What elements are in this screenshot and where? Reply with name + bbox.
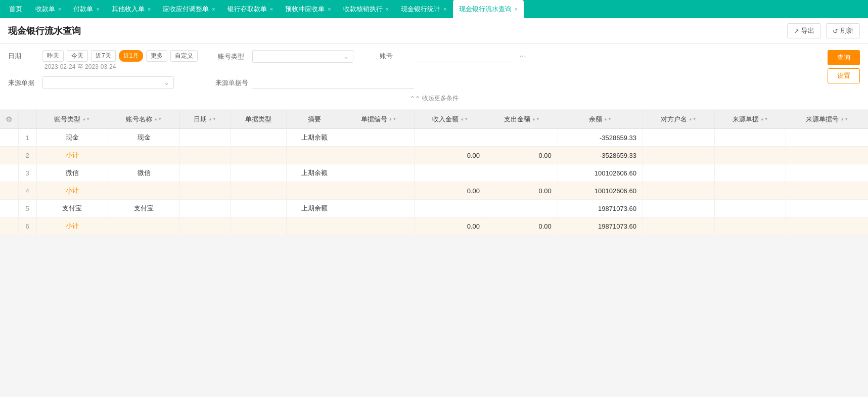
table-row[interactable]: 6小计0.000.0019871073.60: [0, 217, 868, 235]
page-title: 现金银行流水查询: [8, 25, 81, 37]
date-btn-7days[interactable]: 近7天: [91, 50, 116, 62]
col-balance[interactable]: 余额 ▲▼: [558, 110, 643, 129]
nav-payment[interactable]: 付款单 ×: [67, 0, 105, 18]
col-summary: 摘要: [287, 110, 343, 129]
settings-gear-icon[interactable]: ⚙: [6, 115, 12, 123]
sort-account-name-icon: ▲▼: [154, 117, 162, 121]
col-date[interactable]: 日期 ▲▼: [180, 110, 231, 129]
cell-settings: [0, 200, 18, 217]
query-button[interactable]: 查询: [828, 50, 860, 65]
sort-counterpart-icon: ▲▼: [689, 117, 697, 121]
table-row[interactable]: 2小计0.000.00-3528659.33: [0, 147, 868, 164]
table-row[interactable]: 5支付宝支付宝上期余额19871073.60: [0, 200, 868, 217]
nav-other-income[interactable]: 其他收入单 ×: [106, 0, 157, 18]
cell-settings: [0, 129, 18, 147]
cell-source-doc-num: [786, 129, 868, 147]
collapse-bar[interactable]: ⌃⌃ 收起更多条件: [8, 92, 860, 105]
nav-ar-ap-adjust[interactable]: 应收应付调整单 ×: [157, 0, 221, 18]
sort-balance-icon: ▲▼: [604, 117, 612, 121]
date-btn-more[interactable]: 更多: [146, 50, 167, 62]
account-ellipsis-icon[interactable]: ···: [519, 52, 526, 61]
cell-counterpart: [643, 217, 714, 235]
nav-bank-deposit-close[interactable]: ×: [270, 6, 273, 12]
cell-doc-num: [343, 129, 415, 147]
date-btn-today[interactable]: 今天: [67, 50, 88, 62]
table-header-row: ⚙ 账号类型 ▲▼ 账号名称 ▲▼ 日期: [0, 110, 868, 129]
nav-receipt-verify[interactable]: 收款核销执行 ×: [337, 0, 395, 18]
cell-source-doc-num: [786, 217, 868, 235]
cell-date: [180, 147, 231, 164]
cell-counterpart: [643, 164, 714, 182]
cell-balance: 100102606.60: [558, 164, 643, 182]
account-input[interactable]: [414, 50, 515, 62]
collapse-label: 收起更多条件: [422, 94, 459, 103]
nav-receipt-verify-close[interactable]: ×: [386, 6, 389, 12]
col-source-doc[interactable]: 来源单据 ▲▼: [714, 110, 786, 129]
col-source-doc-num[interactable]: 来源单据号 ▲▼: [786, 110, 868, 129]
account-type-label: 账号类型: [218, 52, 248, 61]
cell-account-type: 小计: [36, 182, 108, 200]
cell-row-num: 5: [18, 200, 36, 217]
cell-row-num: 6: [18, 217, 36, 235]
nav-ar-ap-adjust-close[interactable]: ×: [212, 6, 215, 12]
cell-row-num: 1: [18, 129, 36, 147]
nav-payment-close[interactable]: ×: [96, 6, 99, 12]
cell-source-doc: [714, 147, 786, 164]
nav-bank-deposit[interactable]: 银行存取款单 ×: [221, 0, 279, 18]
cell-summary: [287, 217, 343, 235]
table-row[interactable]: 1现金现金上期余额-3528659.33: [0, 129, 868, 147]
source-doc-num-label: 来源单据号: [215, 78, 248, 87]
nav-cash-bank-flow[interactable]: 现金银行流水查询 ×: [453, 0, 524, 18]
cell-summary: [287, 182, 343, 200]
cell-doc-type: [230, 182, 286, 200]
sort-account-type-icon: ▲▼: [82, 117, 90, 121]
date-btn-yesterday[interactable]: 昨天: [42, 50, 64, 62]
cell-doc-num: [343, 200, 415, 217]
cell-source-doc-num: [786, 147, 868, 164]
cell-doc-type: [230, 129, 286, 147]
col-account-name[interactable]: 账号名称 ▲▼: [108, 110, 180, 129]
cell-source-doc-num: [786, 182, 868, 200]
col-account-type[interactable]: 账号类型 ▲▼: [36, 110, 108, 129]
source-doc-select[interactable]: ⌄: [42, 76, 174, 89]
nav-cash-bank-flow-close[interactable]: ×: [515, 6, 518, 12]
date-btn-custom[interactable]: 自定义: [170, 50, 198, 62]
cell-income: [415, 200, 486, 217]
col-doc-num[interactable]: 单据编号 ▲▼: [343, 110, 415, 129]
table-row[interactable]: 3微信微信上期余额100102606.60: [0, 164, 868, 182]
col-income[interactable]: 收入金额 ▲▼: [415, 110, 486, 129]
sort-income-icon: ▲▼: [460, 117, 468, 121]
cell-source-doc-num: [786, 164, 868, 182]
nav-cash-bank-stat-close[interactable]: ×: [443, 6, 446, 12]
col-counterpart[interactable]: 对方户名 ▲▼: [643, 110, 714, 129]
date-btn-1month[interactable]: 近1月: [119, 50, 144, 62]
filter-area: 日期 昨天 今天 近7天 近1月 更多 自定义 2023-02-24 至 202…: [0, 44, 868, 109]
nav-prepay-offset-close[interactable]: ×: [328, 6, 331, 12]
nav-receipt[interactable]: 收款单 ×: [29, 0, 67, 18]
cell-date: [180, 182, 231, 200]
table-row[interactable]: 4小计0.000.00100102606.60: [0, 182, 868, 200]
nav-prepay-offset[interactable]: 预收冲应收单 ×: [279, 0, 337, 18]
cell-account-type: 微信: [36, 164, 108, 182]
account-type-select[interactable]: ⌄: [252, 50, 353, 63]
export-button[interactable]: ↗ 导出: [787, 23, 821, 38]
col-expense[interactable]: 支出金额 ▲▼: [486, 110, 558, 129]
source-doc-label: 来源单据: [8, 78, 38, 87]
cell-settings: [0, 182, 18, 200]
col-settings[interactable]: ⚙: [0, 110, 18, 129]
cell-settings: [0, 164, 18, 182]
cell-source-doc: [714, 129, 786, 147]
cell-account-name: [108, 182, 180, 200]
nav-receipt-label: 收款单: [35, 5, 55, 14]
cell-row-num: 2: [18, 147, 36, 164]
nav-cash-bank-stat[interactable]: 现金银行统计 ×: [395, 0, 452, 18]
nav-receipt-close[interactable]: ×: [58, 6, 61, 12]
nav-other-income-close[interactable]: ×: [148, 6, 151, 12]
settings-button[interactable]: 设置: [828, 68, 860, 83]
cell-expense: 0.00: [486, 217, 558, 235]
nav-home[interactable]: 首页: [2, 0, 29, 18]
source-doc-num-input[interactable]: [252, 77, 414, 89]
refresh-button[interactable]: ↺ 刷新: [826, 23, 860, 38]
cell-summary: [287, 147, 343, 164]
cell-account-type: 小计: [36, 147, 108, 164]
